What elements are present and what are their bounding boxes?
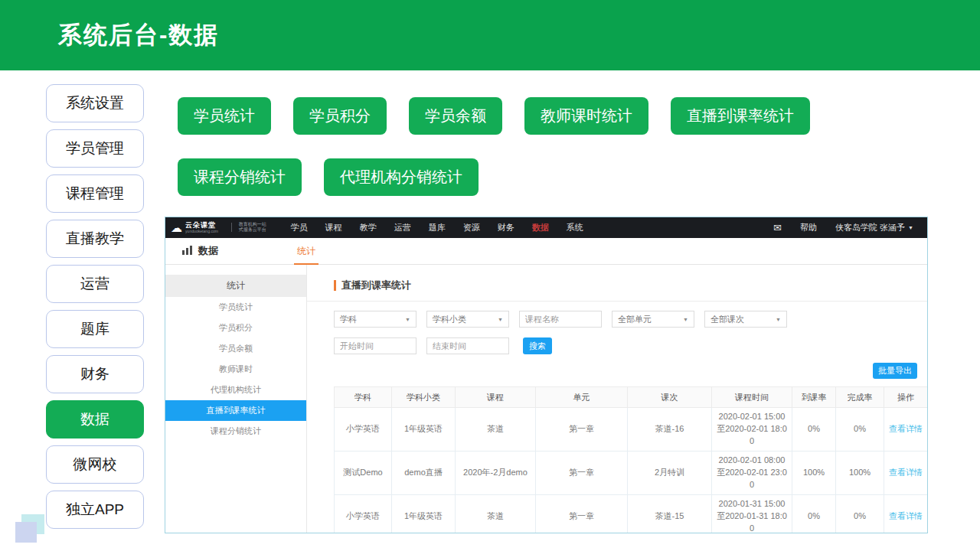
cell-action: 查看详情 (884, 408, 928, 452)
help-link[interactable]: 帮助 (800, 222, 817, 233)
brand-tagline: 教育机构一站 式服务云平台 (239, 222, 266, 233)
side-menu-item[interactable]: 教师课时 (165, 359, 306, 380)
topnav-item[interactable]: 数据 (532, 222, 549, 233)
side-menu-item[interactable]: 学员统计 (165, 297, 306, 318)
stat-quick-button[interactable]: 代理机构分销统计 (324, 158, 479, 196)
lesson-select[interactable]: 全部课次 ▼ (704, 311, 787, 328)
cell-action: 查看详情 (884, 451, 928, 494)
admin-side-menu: 统计 学员统计学员积分学员余额教师课时代理机构统计直播到课率统计课程分销统计 (165, 265, 307, 533)
subnav-title: 数据 (182, 244, 218, 258)
quick-row-2: 课程分销统计代理机构分销统计 (178, 158, 479, 196)
side-menu-item[interactable]: 学员余额 (165, 338, 306, 359)
data-chart-icon (182, 246, 193, 257)
sidebar-item[interactable]: 课程管理 (46, 174, 144, 213)
topnav-item[interactable]: 运营 (394, 222, 411, 233)
sidebar-item[interactable]: 微网校 (46, 445, 144, 484)
sidebar-item[interactable]: 独立APP (46, 491, 144, 529)
admin-main: 直播到课率统计 学科 ▼ 学科小类 ▼ 全部单元 ▼ 全部课次 (307, 265, 928, 533)
cell-unit: 第一章 (536, 451, 628, 494)
cell-subject: 小学英语 (335, 408, 392, 452)
batch-export-button[interactable]: 批量导出 (873, 363, 917, 379)
filters-row-2: 搜索 (334, 337, 928, 354)
search-button[interactable]: 搜索 (523, 337, 552, 354)
sidebar-item[interactable]: 系统设置 (46, 84, 144, 122)
stat-quick-button[interactable]: 直播到课率统计 (671, 97, 810, 135)
chevron-down-icon: ▼ (908, 225, 913, 230)
cell-course: 茶道 (456, 494, 536, 533)
side-menu-header: 统计 (165, 275, 306, 297)
sidebar-item[interactable]: 学员管理 (46, 129, 144, 168)
account-name: 侠客岛学院 张涵予 (835, 222, 905, 233)
sidebar-item[interactable]: 数据 (46, 400, 144, 439)
admin-panel-screenshot: ☁ 云朵课堂 yunduoketang.com 教育机构一站 式服务云平台 学员… (165, 217, 928, 533)
side-menu-item[interactable]: 学员积分 (165, 318, 306, 338)
cell-lesson: 2月特训 (628, 451, 712, 494)
cell-sub_subject: 1年级英语 (392, 408, 456, 452)
stat-quick-button[interactable]: 课程分销统计 (178, 158, 302, 196)
admin-topnav: ☁ 云朵课堂 yunduoketang.com 教育机构一站 式服务云平台 学员… (165, 217, 927, 238)
cell-time: 2020-01-31 15:00至2020-01-31 18:00 (712, 494, 792, 533)
column-header: 课次 (628, 387, 712, 408)
content-title-text: 直播到课率统计 (341, 279, 411, 292)
admin-subnav: 数据 统计 (165, 238, 927, 265)
quick-row-1: 学员统计学员积分学员余额教师课时统计直播到课率统计 (178, 97, 810, 135)
course-name-input[interactable] (519, 311, 602, 328)
stat-quick-button[interactable]: 学员统计 (178, 97, 271, 135)
cell-time: 2020-02-01 08:00至2020-02-01 23:00 (712, 451, 792, 494)
start-time-input[interactable] (334, 337, 416, 354)
topnav-item[interactable]: 题库 (429, 222, 446, 233)
cell-unit: 第一章 (536, 408, 628, 452)
view-details-link[interactable]: 查看详情 (889, 424, 923, 433)
unit-select-value: 全部单元 (618, 314, 652, 325)
sub-subject-select[interactable]: 学科小类 ▼ (426, 311, 509, 328)
chevron-down-icon: ▼ (683, 317, 688, 322)
topnav-item[interactable]: 学员 (291, 222, 308, 233)
topnav-item[interactable]: 资源 (463, 222, 480, 233)
page-title: 系统后台-数据 (58, 19, 219, 51)
stat-quick-button[interactable]: 学员积分 (293, 97, 387, 135)
cell-subject: 测试Demo (335, 451, 392, 494)
view-details-link[interactable]: 查看详情 (889, 468, 923, 477)
topnav-right: ✉ 帮助 侠客岛学院 张涵予 ▼ (773, 222, 913, 233)
stat-quick-button[interactable]: 教师课时统计 (524, 97, 648, 135)
cell-subject: 小学英语 (335, 494, 392, 533)
sidebar-item[interactable]: 运营 (46, 265, 144, 303)
unit-select[interactable]: 全部单元 ▼ (612, 311, 694, 328)
topnav-menu: 学员课程教学运营题库资源财务数据系统 (291, 222, 583, 233)
sidebar-item[interactable]: 财务 (46, 355, 144, 393)
sidebar-item[interactable]: 题库 (46, 310, 144, 348)
cell-course: 茶道 (456, 408, 536, 452)
tab-statistics[interactable]: 统计 (294, 238, 318, 265)
sidebar-item[interactable]: 直播教学 (46, 220, 144, 258)
side-menu-item[interactable]: 代理机构统计 (165, 380, 306, 400)
filters-row-1: 学科 ▼ 学科小类 ▼ 全部单元 ▼ 全部课次 ▼ (334, 311, 928, 328)
cell-completion: 0% (836, 408, 884, 452)
stat-quick-button[interactable]: 学员余额 (409, 97, 502, 135)
sub-subject-select-value: 学科小类 (433, 314, 466, 325)
cell-completion: 0% (836, 494, 884, 533)
cell-completion: 100% (836, 451, 884, 494)
side-menu-item[interactable]: 课程分销统计 (165, 421, 306, 442)
subnav-section-label: 数据 (198, 244, 218, 258)
account-menu[interactable]: 侠客岛学院 张涵予 ▼ (835, 222, 913, 233)
topnav-item[interactable]: 系统 (567, 222, 583, 233)
topnav-item[interactable]: 财务 (498, 222, 514, 233)
column-header: 到课率 (792, 387, 836, 408)
cell-attendance: 0% (792, 494, 836, 533)
column-header: 学科小类 (392, 387, 456, 408)
mail-icon[interactable]: ✉ (773, 222, 782, 233)
end-time-input[interactable] (426, 337, 509, 354)
subject-select[interactable]: 学科 ▼ (334, 311, 416, 328)
column-header: 学科 (335, 387, 392, 408)
column-header: 单元 (536, 387, 628, 408)
page-header: 系统后台-数据 (0, 0, 980, 70)
topnav-item[interactable]: 教学 (360, 222, 377, 233)
view-details-link[interactable]: 查看详情 (889, 511, 923, 520)
left-nav: 系统设置学员管理课程管理直播教学运营题库财务数据微网校独立APP (46, 84, 144, 529)
cell-course: 2020年-2月demo (456, 451, 536, 494)
cell-sub_subject: 1年级英语 (392, 494, 456, 533)
topnav-item[interactable]: 课程 (325, 222, 342, 233)
chevron-down-icon: ▼ (405, 317, 410, 322)
cell-time: 2020-02-01 15:00至2020-02-01 18:00 (712, 408, 792, 452)
side-menu-item[interactable]: 直播到课率统计 (165, 400, 306, 421)
